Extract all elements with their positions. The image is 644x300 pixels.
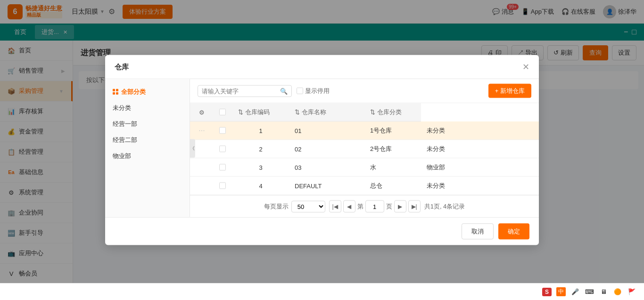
col-code-header: ⇅仓库编码 <box>232 103 289 122</box>
row-3-check[interactable] <box>219 164 226 171</box>
row-2-no: 2 <box>232 140 289 158</box>
all-category-label: 全部分类 <box>121 88 146 96</box>
row-2-code: 02 <box>289 140 364 158</box>
s-logo: S <box>542 288 552 296</box>
row-2-name: 2号仓库 <box>364 140 421 158</box>
col-category-header: ⇅仓库分类 <box>364 103 421 122</box>
bottom-bar: S 中 🎤 ⌨ 🖥 🟠 🚩 <box>0 283 644 300</box>
next-page-button[interactable]: ▶ <box>394 200 406 213</box>
row-2-checkbox[interactable] <box>214 140 232 158</box>
row-2-category: 未分类 <box>421 140 539 158</box>
page-label-2: 页 <box>386 202 392 211</box>
modal-footer: 取消 确定 <box>105 217 539 245</box>
category-item-dept2[interactable]: 经营二部 <box>105 132 190 148</box>
modal-title: 仓库 <box>115 62 129 71</box>
row-3-gear <box>190 158 214 176</box>
row-1-code: 01 <box>289 121 364 140</box>
collapse-panel-button[interactable]: 《 <box>190 139 195 158</box>
keyboard-icon[interactable]: ⌨ <box>585 287 594 297</box>
category-label-dept2: 经营二部 <box>113 136 137 143</box>
orange-icon[interactable]: 🟠 <box>613 287 622 297</box>
row-1-no: 1 <box>232 121 289 140</box>
select-all-checkbox[interactable] <box>219 109 226 116</box>
col-name-header: ⇅仓库名称 <box>289 103 364 122</box>
page-info: 共1页, 4条记录 <box>424 202 465 211</box>
row-1-more-button[interactable]: ··· <box>198 126 205 134</box>
first-page-button[interactable]: |◀ <box>329 200 341 213</box>
show-disabled-label: 显示停用 <box>305 87 330 95</box>
confirm-button[interactable]: 确定 <box>498 224 529 240</box>
row-3-category: 物业部 <box>421 158 539 176</box>
row-4-name: 总仓 <box>364 176 421 195</box>
per-page-selector: 每页显示 50 20 100 <box>264 200 325 212</box>
search-box: 🔍 <box>198 85 292 97</box>
pagination-bar: 每页显示 50 20 100 |◀ ◀ 第 页 ▶ ▶| 共1页, 4条 <box>190 195 539 217</box>
per-page-label: 每页显示 <box>264 202 289 211</box>
last-page-button[interactable]: ▶| <box>408 200 421 213</box>
category-label-property: 物业部 <box>113 152 131 159</box>
page-number-input[interactable] <box>365 200 384 213</box>
microphone-icon[interactable]: 🎤 <box>570 287 580 297</box>
right-toolbar: 🔍 显示停用 + 新增仓库 <box>190 79 539 103</box>
category-item-unclassified[interactable]: 未分类 <box>105 100 190 116</box>
modal-body: 《 全部分类 未分类 经营一部 经营二部 物业部 <box>105 79 539 217</box>
col-settings: ⚙ <box>190 103 214 122</box>
page-navigation: |◀ ◀ 第 页 ▶ ▶| <box>329 200 421 213</box>
row-1-check[interactable] <box>219 127 226 134</box>
row-4-checkbox[interactable] <box>214 176 232 195</box>
prev-page-button[interactable]: ◀ <box>343 200 355 213</box>
row-2-check[interactable] <box>219 146 226 152</box>
table-row[interactable]: ··· 1 01 1号仓库 未分类 <box>190 121 539 140</box>
category-panel: 《 全部分类 未分类 经营一部 经营二部 物业部 <box>105 79 190 217</box>
modal-header: 仓库 ✕ <box>105 55 539 79</box>
category-label-unclassified: 未分类 <box>113 104 131 111</box>
table-row[interactable]: 3 03 水 物业部 <box>190 158 539 176</box>
show-disabled-toggle[interactable]: 显示停用 <box>297 87 330 95</box>
zh-input-badge: 中 <box>556 287 566 296</box>
row-1-name: 1号仓库 <box>364 121 421 140</box>
monitor-icon[interactable]: 🖥 <box>599 287 608 297</box>
col-checkbox-header <box>214 103 232 122</box>
right-panel: 🔍 显示停用 + 新增仓库 ⚙ <box>190 79 539 217</box>
row-3-code: 03 <box>289 158 364 176</box>
page-label: 第 <box>357 202 363 211</box>
row-4-check[interactable] <box>219 183 226 189</box>
flag-icon[interactable]: 🚩 <box>627 287 636 297</box>
row-4-no: 4 <box>232 176 289 195</box>
table-row[interactable]: 2 02 2号仓库 未分类 <box>190 140 539 158</box>
warehouse-modal: 仓库 ✕ 《 全部分类 未分类 经营一部 经营二部 <box>105 55 539 245</box>
row-3-no: 3 <box>232 158 289 176</box>
warehouse-table: ⚙ ⇅仓库编码 ⇅仓库名称 ⇅ <box>190 103 539 195</box>
category-all-item[interactable]: 全部分类 <box>105 84 190 100</box>
table-row[interactable]: 4 DEFAULT 总仓 未分类 <box>190 176 539 195</box>
sort-icon-3: ⇅ <box>370 108 375 116</box>
cancel-button[interactable]: 取消 <box>462 224 494 240</box>
grid-icon <box>113 89 118 95</box>
sort-icon: ⇅ <box>238 108 243 116</box>
row-4-category: 未分类 <box>421 176 539 195</box>
disabled-checkbox[interactable] <box>297 88 303 94</box>
sort-icon-2: ⇅ <box>295 108 300 116</box>
row-1-checkbox[interactable] <box>214 121 232 140</box>
per-page-select[interactable]: 50 20 100 <box>291 200 325 212</box>
category-item-dept1[interactable]: 经营一部 <box>105 116 190 132</box>
search-icon[interactable]: 🔍 <box>280 87 288 94</box>
category-label-dept1: 经营一部 <box>113 120 137 127</box>
add-warehouse-button[interactable]: + 新增仓库 <box>488 84 531 98</box>
row-4-gear <box>190 176 214 195</box>
category-item-property[interactable]: 物业部 <box>105 148 190 164</box>
row-3-name: 水 <box>364 158 421 176</box>
row-3-checkbox[interactable] <box>214 158 232 176</box>
modal-close-icon[interactable]: ✕ <box>522 62 529 72</box>
row-1-gear: ··· <box>190 121 214 140</box>
table-settings-icon[interactable]: ⚙ <box>199 108 205 116</box>
row-4-code: DEFAULT <box>289 176 364 195</box>
search-input[interactable] <box>202 87 277 94</box>
row-1-category: 未分类 <box>421 121 539 140</box>
